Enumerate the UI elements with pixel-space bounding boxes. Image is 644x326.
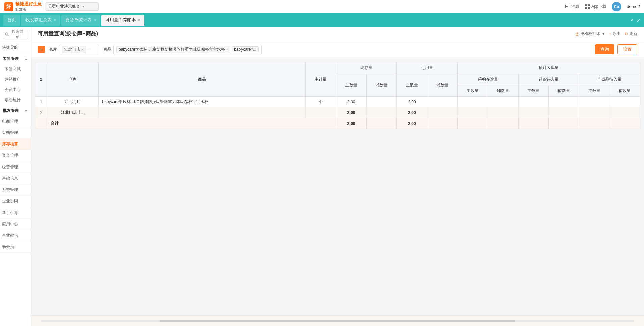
th-settings: ⚙	[35, 62, 47, 97]
settings-btn[interactable]: 设置	[617, 44, 637, 54]
filter-bar: » 仓库 江北门店 × ··· 商品 babycare学饮杯 儿童防摔防撞吸管杯…	[31, 41, 644, 58]
row-2-avail-aux	[427, 107, 458, 118]
filter-expand-btn[interactable]: »	[38, 46, 45, 53]
sidebar-search-area: 搜索菜单	[0, 27, 31, 42]
sidebar-item-system[interactable]: 系统管理	[0, 184, 31, 196]
row-2-purchase-main	[458, 107, 488, 118]
tab-receipts[interactable]: 收发存汇总表 ×	[21, 15, 60, 26]
print-btn[interactable]: 🖨 按模板打印 ▼	[575, 31, 605, 37]
sidebar-item-quick-nav[interactable]: 快捷导航	[0, 42, 31, 53]
th-incoming-main: 主数量	[518, 85, 549, 97]
app-download-btn[interactable]: App下载	[585, 4, 606, 9]
logo-area: 好 畅捷通好生意 标准版	[4, 1, 42, 12]
data-table: ⚙ 仓库 商品 主计量 现存量 可用量 预计入库量 主数量 辅数量 主数量 辅数…	[35, 62, 640, 129]
tab-home[interactable]: 首页	[3, 15, 20, 26]
print-label: 按模板打印	[580, 31, 600, 37]
sidebar-search-btn[interactable]: 搜索菜单	[3, 30, 28, 39]
tab-fullscreen-btn[interactable]: ⤢	[636, 17, 641, 24]
app-download-label: App下载	[591, 4, 606, 9]
top-bar-left: 好 畅捷通好生意 标准版 母婴行业演示账套 ▼	[4, 1, 99, 12]
tab-inventory[interactable]: 可用量库存账本 ×	[101, 15, 144, 26]
username[interactable]: demo2	[627, 4, 640, 9]
sidebar-item-retail-stats[interactable]: 零售统计	[0, 95, 31, 105]
refresh-btn[interactable]: ↻ 刷新	[625, 31, 637, 37]
goods-filter-input[interactable]: babycare学饮杯 儿童防摔防撞吸管杯重力球吸嘴杯宝宝水杯 × babyca…	[113, 45, 262, 54]
sidebar-item-inventory[interactable]: 库存核算	[0, 139, 31, 150]
th-purchase-aux: 辅数量	[488, 85, 519, 97]
query-btn[interactable]: 查询	[595, 44, 614, 54]
row-1-no: 1	[35, 97, 47, 107]
export-btn[interactable]: ↑ 导出	[609, 31, 621, 37]
row-1-warehouse: 江北门店	[47, 97, 99, 107]
newbie-label: 新手引导	[2, 210, 18, 216]
sidebar-item-purchase[interactable]: 采购管理	[0, 127, 31, 139]
horizontal-scrollbar[interactable]	[41, 320, 634, 322]
sidebar-item-operations[interactable]: 经营管理	[0, 161, 31, 173]
quick-nav-label: 快捷导航	[2, 45, 18, 50]
row-1-avail-main: 2.00	[397, 97, 427, 107]
row-1-stock-aux	[366, 97, 397, 107]
ecommerce-label: 电商管理	[2, 119, 18, 124]
tab-orders-label: 要货单统计表	[65, 17, 92, 23]
sidebar-item-ecommerce[interactable]: 电商管理	[0, 116, 31, 127]
tab-orders-close[interactable]: ×	[94, 18, 96, 22]
warehouse-filter-input[interactable]: 江北门店 × ···	[59, 45, 99, 54]
tab-close-all-btn[interactable]: ×	[631, 17, 634, 23]
message-icon	[565, 4, 570, 9]
retail-group-label: 零售管理	[3, 56, 19, 62]
sidebar-item-enterprise-wx[interactable]: 企业微信	[0, 230, 31, 241]
row-2-production-main	[579, 107, 609, 118]
sidebar-group-retail-header[interactable]: 零售管理 ▲	[0, 53, 31, 64]
sidebar-group-retail-items: 零售商城 营销推广 会员中心 零售统计	[0, 64, 31, 105]
th-production-group: 产成品待入量	[579, 74, 640, 85]
svg-rect-2	[585, 7, 587, 9]
svg-rect-0	[585, 4, 587, 6]
sidebar-item-app-center[interactable]: 应用中心	[0, 219, 31, 230]
summary-stock-main: 2.00	[336, 118, 367, 129]
vip-label: 畅会员	[2, 244, 14, 250]
th-purchase-main: 主数量	[458, 85, 488, 97]
goods-filter-label: 商品	[103, 47, 111, 52]
sidebar-item-retail-promo[interactable]: 营销推广	[0, 74, 31, 85]
tab-inventory-label: 可用量库存账本	[105, 17, 136, 23]
goods-tag-1-close[interactable]: ×	[226, 47, 228, 51]
sidebar-item-vip[interactable]: 畅会员	[0, 241, 31, 253]
sidebar-item-finance[interactable]: 资金管理	[0, 150, 31, 161]
th-warehouse: 仓库	[47, 62, 99, 97]
row-1-goods: babycare学饮杯 儿童防摔防撞吸管杯重力球吸嘴杯宝宝水杯	[99, 97, 306, 107]
chevron-down-icon: ▼	[82, 5, 85, 8]
tab-orders[interactable]: 要货单统计表 ×	[61, 15, 100, 26]
row-2-stock-main: 2.00	[336, 107, 367, 118]
purchase-label: 采购管理	[2, 130, 18, 136]
goods-tag-1-value: babycare学饮杯 儿童防摔防撞吸管杯重力球吸嘴杯宝宝水杯	[119, 47, 225, 52]
sidebar-item-enterprise[interactable]: 企业协同	[0, 196, 31, 207]
top-bar: 好 畅捷通好生意 标准版 母婴行业演示账套 ▼ 消息 App下载 Ea demo…	[0, 0, 644, 13]
tab-inventory-close[interactable]: ×	[138, 18, 140, 22]
scrollbar-thumb	[160, 320, 516, 322]
refresh-label: 刷新	[629, 31, 637, 37]
row-2-no: 2	[35, 107, 47, 118]
finance-label: 资金管理	[2, 153, 18, 158]
system-label: 系统管理	[2, 187, 18, 193]
svg-rect-1	[588, 4, 590, 6]
sidebar-item-newbie[interactable]: 新手引导	[0, 207, 31, 219]
tab-home-label: 首页	[7, 17, 16, 23]
sidebar-item-retail-member[interactable]: 会员中心	[0, 85, 31, 95]
message-btn[interactable]: 消息	[565, 4, 579, 9]
warehouse-tag-close[interactable]: ×	[82, 47, 84, 51]
th-purchase-group: 采购在途量	[458, 74, 518, 85]
row-2-incoming-main	[518, 107, 549, 118]
summary-production-main	[579, 118, 609, 129]
sidebar-group-wholesale-header[interactable]: 批发管理 ▼	[0, 105, 31, 116]
th-available-group: 可用量	[397, 62, 458, 74]
sidebar-item-basics[interactable]: 基础信息	[0, 173, 31, 184]
settings-gear-icon[interactable]: ⚙	[39, 77, 43, 82]
inventory-label: 库存核算	[2, 141, 18, 147]
sidebar-item-retail-mall[interactable]: 零售商城	[0, 64, 31, 74]
sidebar-group-retail: 零售管理 ▲ 零售商城 营销推广 会员中心 零售统计	[0, 53, 31, 105]
row-2-goods	[99, 107, 306, 118]
store-selector[interactable]: 母婴行业演示账套 ▼	[45, 2, 99, 11]
summary-production-aux	[609, 118, 640, 129]
tab-receipts-close[interactable]: ×	[54, 18, 56, 22]
filter-actions: 查询 设置	[595, 44, 637, 54]
